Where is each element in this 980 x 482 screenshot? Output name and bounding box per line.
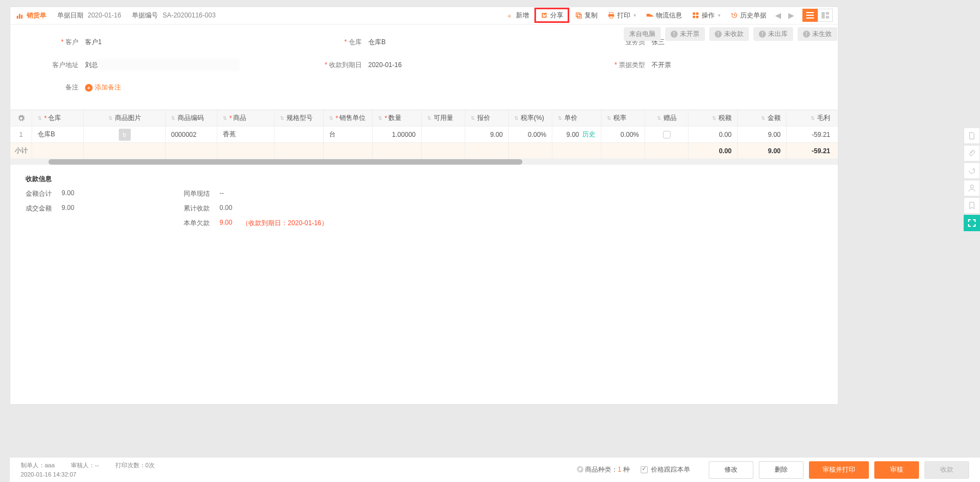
deal-amount: 9.00 [62, 204, 74, 213]
cumulative-received: 0.00 [220, 204, 232, 213]
value-address-name: 刘总 [85, 61, 98, 70]
list-icon [806, 12, 814, 19]
audit-print-button[interactable]: 审核并打印 [809, 461, 869, 479]
file-icon [967, 131, 976, 140]
payment-section-title: 收款信息 [26, 174, 823, 184]
chip-unpaid[interactable]: !未收款 [709, 27, 749, 41]
tab-title: 销货单 [27, 11, 46, 20]
info-icon: ! [671, 31, 678, 38]
due-amount: 9.00 [220, 219, 232, 228]
user-icon [967, 184, 976, 192]
svg-point-21 [970, 185, 973, 188]
bar-chart-icon [16, 12, 23, 20]
status-bar: 来自电脑 !未开票 !未收款 !未出库 !未生效 [624, 27, 837, 41]
paperclip-icon [967, 149, 976, 158]
label-due-date: 收款到期日 [315, 61, 362, 70]
bookmark-icon [967, 201, 976, 210]
footer-meta: 制单人：aaa 审核人：-- 打印次数：0次 2020-01-16 14:32:… [21, 461, 155, 479]
prev-doc-button[interactable]: ◀ [772, 11, 784, 20]
share-icon [540, 11, 548, 19]
rail-user-button[interactable] [964, 180, 980, 196]
value-warehouse: 仓库B [368, 38, 386, 47]
rail-expand-button[interactable] [964, 215, 980, 231]
svg-rect-18 [821, 12, 825, 19]
refresh-icon [967, 166, 976, 175]
plus-icon: + [85, 84, 93, 92]
history-button[interactable]: 历史单据 [726, 8, 771, 23]
collect-button[interactable]: 收款 [924, 461, 969, 479]
copy-button[interactable]: 复制 [570, 8, 602, 23]
chevron-down-icon: ▾ [634, 13, 636, 18]
add-note-button[interactable]: +添加备注 [85, 83, 121, 92]
address-redacted [98, 59, 240, 71]
price-history-link[interactable]: 历史 [582, 130, 595, 139]
chip-unshipped[interactable]: !未出库 [753, 27, 793, 41]
sku-summary: ◎ 商品种类：1 种 [577, 465, 630, 474]
table-settings-button[interactable] [10, 110, 32, 126]
card-icon [821, 12, 829, 19]
svg-rect-8 [647, 14, 650, 16]
copy-icon [575, 11, 582, 19]
gift-checkbox[interactable] [663, 131, 671, 138]
svg-rect-20 [826, 16, 829, 19]
svg-rect-2 [21, 15, 23, 19]
svg-rect-7 [610, 16, 612, 19]
label-invoice-type: 票据类型 [599, 61, 645, 70]
doc-number: 单据编号SA-20200116-003 [132, 11, 215, 20]
modify-button[interactable]: 修改 [709, 461, 753, 479]
expand-icon [967, 219, 976, 227]
info-icon: ! [715, 31, 722, 38]
table-row[interactable]: 1 仓库B b 0000002 香蕉 台 1.00000 9.00 0.00% … [10, 126, 838, 143]
truck-icon [646, 11, 654, 19]
audit-button[interactable]: 审核 [874, 461, 919, 479]
rail-bookmark-button[interactable] [964, 197, 980, 214]
delete-button[interactable]: 删除 [759, 461, 804, 479]
row-index: 1 [10, 126, 32, 142]
chip-uninvoiced[interactable]: !未开票 [665, 27, 705, 41]
due-note: （收款到期日：2020-01-16） [242, 219, 327, 228]
table-header-row: ⇅*仓库 ⇅商品图片 ⇅商品编码 ⇅*商品 ⇅规格型号 ⇅*销售单位 ⇅*数量 … [10, 110, 838, 126]
share-button[interactable]: 分享 [534, 8, 569, 23]
info-icon: ! [803, 31, 810, 38]
product-image-placeholder: b [119, 129, 131, 141]
svg-rect-0 [17, 16, 19, 19]
chip-inactive[interactable]: !未生效 [798, 27, 837, 41]
svg-rect-16 [806, 15, 814, 16]
svg-rect-13 [693, 16, 695, 18]
table-horizontal-scrollbar[interactable] [10, 159, 838, 165]
print-button[interactable]: 打印▾ [603, 8, 641, 23]
price-track-checkbox[interactable]: 价格跟踪本单 [641, 465, 690, 474]
new-button[interactable]: ＋新增 [502, 8, 533, 23]
svg-rect-3 [576, 13, 580, 17]
view-card-button[interactable] [818, 9, 833, 22]
info-icon: ! [759, 31, 766, 38]
history-icon [731, 11, 738, 19]
svg-rect-19 [826, 12, 829, 15]
items-table: ⇅*仓库 ⇅商品图片 ⇅商品编码 ⇅*商品 ⇅规格型号 ⇅*销售单位 ⇅*数量 … [10, 110, 838, 165]
value-invoice-type: 不开票 [652, 61, 671, 70]
chevron-down-icon: ▾ [718, 13, 721, 18]
svg-rect-14 [696, 16, 698, 18]
logistics-button[interactable]: 物流信息 [642, 8, 686, 23]
svg-point-10 [651, 16, 653, 18]
svg-rect-1 [19, 14, 21, 19]
label-address: 客户地址 [32, 61, 78, 70]
rail-refresh-button[interactable] [964, 162, 980, 179]
rail-attach-button[interactable] [964, 145, 980, 161]
svg-point-9 [647, 16, 649, 18]
document-toolbar: ＋新增 分享 复制 打印▾ 物流信息 操作▾ 历史单据 ◀ ▶ [502, 7, 838, 24]
view-list-button[interactable] [802, 9, 818, 22]
svg-rect-17 [806, 17, 814, 19]
svg-rect-11 [693, 13, 695, 15]
label-customer: 客户 [32, 38, 78, 47]
tab-sales-order[interactable]: 销货单 [16, 11, 46, 20]
footer-timestamp: 2020-01-16 14:32:07 [21, 470, 155, 479]
svg-rect-5 [610, 13, 613, 15]
next-doc-button[interactable]: ▶ [785, 11, 797, 20]
label-warehouse: 仓库 [315, 38, 362, 47]
settle-value: -- [220, 189, 224, 198]
rail-doc-button[interactable] [964, 128, 980, 144]
operations-button[interactable]: 操作▾ [687, 8, 725, 23]
value-customer: 客户1 [85, 38, 102, 47]
total-amount: 9.00 [62, 189, 74, 198]
